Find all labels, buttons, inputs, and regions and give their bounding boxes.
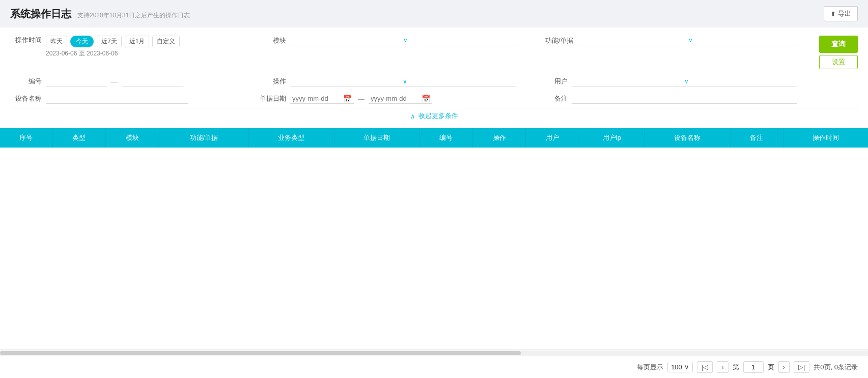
- next-page-button[interactable]: ›: [778, 361, 790, 373]
- time-btn-yesterday[interactable]: 昨天: [46, 36, 67, 47]
- code-to-input[interactable]: [122, 76, 183, 86]
- col-type: 类型: [52, 128, 105, 148]
- settings-button[interactable]: 设置: [819, 55, 858, 69]
- col-op-time: 操作时间: [783, 128, 868, 148]
- code-label: 编号: [10, 77, 46, 86]
- page-suffix: 页: [768, 363, 774, 372]
- module-select[interactable]: ∨: [290, 36, 517, 45]
- calendar-from-icon[interactable]: 📅: [341, 95, 354, 103]
- code-dash: —: [111, 78, 118, 85]
- export-label: 导出: [838, 9, 851, 18]
- horizontal-scrollbar[interactable]: [0, 350, 868, 356]
- export-icon: ⬆: [830, 10, 836, 18]
- op-label: 操作: [255, 77, 290, 86]
- user-chevron-icon: ∨: [684, 78, 795, 85]
- date-from-input[interactable]: [290, 94, 341, 103]
- date-to-input[interactable]: [369, 94, 419, 103]
- total-info: 共0页, 0条记录: [814, 363, 858, 372]
- col-module: 模块: [106, 128, 159, 148]
- code-from-input[interactable]: [46, 76, 107, 86]
- remark-input[interactable]: [572, 94, 797, 104]
- user-select[interactable]: ∨: [572, 77, 797, 86]
- device-input[interactable]: [46, 94, 188, 104]
- func-label: 功能/单据: [537, 36, 578, 45]
- per-page-select[interactable]: 100 ∨: [667, 362, 693, 372]
- op-chevron-icon: ∨: [403, 78, 513, 85]
- page-subtitle: 支持2020年10月31日之后产生的操作日志: [77, 11, 190, 20]
- col-op: 操作: [472, 128, 525, 148]
- col-doc-date: 单据日期: [334, 128, 419, 148]
- collapse-label: 收起更多条件: [418, 111, 458, 121]
- op-select[interactable]: ∨: [290, 77, 516, 86]
- col-biz-type: 业务类型: [249, 128, 334, 148]
- per-page-value: 100: [671, 363, 682, 371]
- time-btn-custom[interactable]: 自定义: [152, 36, 180, 47]
- time-btn-1month[interactable]: 近1月: [125, 36, 150, 47]
- date-label: 单据日期: [255, 94, 290, 103]
- collapse-button[interactable]: ∧ 收起更多条件: [10, 108, 858, 124]
- collapse-chevron-icon: ∧: [410, 112, 415, 120]
- col-device: 设备名称: [645, 128, 730, 148]
- module-label: 模块: [255, 36, 290, 45]
- page-input[interactable]: [743, 361, 764, 373]
- col-remark: 备注: [730, 128, 783, 148]
- export-button[interactable]: ⬆ 导出: [824, 6, 858, 21]
- module-chevron-icon: ∨: [403, 37, 514, 44]
- page-title: 系统操作日志: [10, 7, 71, 21]
- pagination: 每页显示 100 ∨ |◁ ‹ 第 页 › ▷| 共0页, 0条记录: [0, 356, 868, 378]
- data-table: 序号 类型 模块 功能/单据 业务类型 单据日期 编号 操作 用户 用户ip 设…: [0, 128, 868, 148]
- col-user: 用户: [526, 128, 579, 148]
- table-header-row: 序号 类型 模块 功能/单据 业务类型 单据日期 编号 操作 用户 用户ip 设…: [0, 128, 868, 148]
- col-user-ip: 用户ip: [579, 128, 645, 148]
- time-range-display: 2023-06-06 至 2023-06-06: [46, 49, 180, 58]
- time-btn-today[interactable]: 今天: [70, 36, 94, 47]
- first-page-button[interactable]: |◁: [697, 361, 713, 373]
- table-wrapper: 序号 类型 模块 功能/单据 业务类型 单据日期 编号 操作 用户 用户ip 设…: [0, 128, 868, 350]
- last-page-button[interactable]: ▷|: [794, 361, 809, 373]
- date-dash: —: [358, 95, 365, 103]
- query-button[interactable]: 查询: [819, 36, 858, 53]
- scrollbar-thumb: [0, 351, 521, 355]
- remark-label: 备注: [536, 94, 572, 103]
- filter-area: 操作时间 昨天 今天 近7天 近1月 自定义 2023-06-06 至 2023…: [0, 27, 868, 128]
- page-label: 第: [733, 363, 739, 372]
- user-label: 用户: [536, 77, 572, 86]
- calendar-to-icon[interactable]: 📅: [419, 95, 432, 103]
- date-from-wrapper: 📅: [290, 94, 354, 104]
- date-to-wrapper: 📅: [369, 94, 432, 104]
- per-page-label: 每页显示: [637, 363, 663, 372]
- col-seq: 序号: [0, 128, 52, 148]
- func-select[interactable]: ∨: [578, 36, 799, 45]
- per-page-chevron-icon: ∨: [684, 363, 689, 371]
- col-code: 编号: [419, 128, 472, 148]
- prev-page-button[interactable]: ‹: [717, 361, 728, 373]
- scrollbar-track: [0, 351, 868, 355]
- device-label: 设备名称: [10, 94, 46, 103]
- time-label: 操作时间: [10, 36, 46, 45]
- col-func: 功能/单据: [159, 128, 248, 148]
- func-chevron-icon: ∨: [688, 37, 797, 44]
- time-btn-7days[interactable]: 近7天: [97, 36, 122, 47]
